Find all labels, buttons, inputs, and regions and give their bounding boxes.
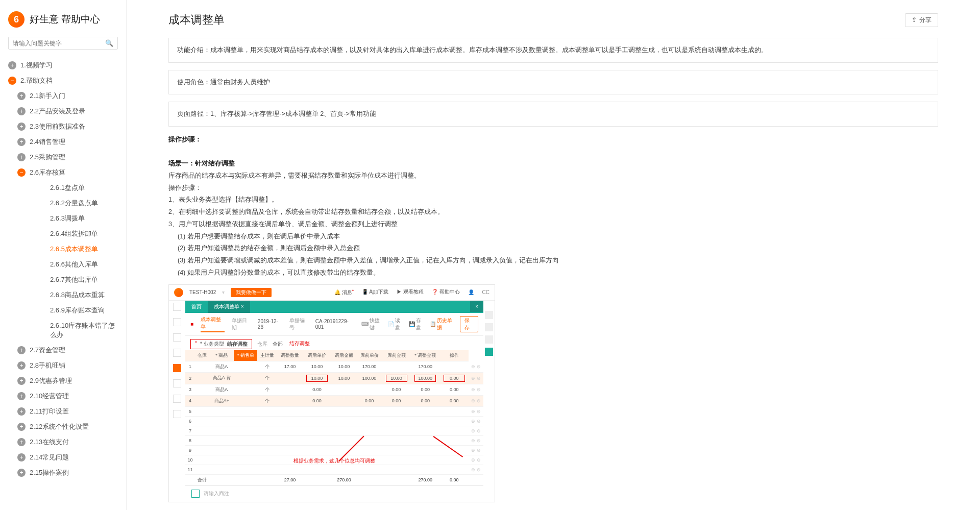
- brand-row: 6 好生意 帮助中心: [8, 11, 118, 28]
- plus-icon: +: [17, 346, 26, 354]
- plus-icon: +: [17, 361, 26, 370]
- sidebar: 6 好生意 帮助中心 🔍 +1.视频学习 −2.帮助文档 +2.1新手入门 +2…: [0, 0, 127, 510]
- plus-icon: +: [17, 92, 26, 100]
- plus-icon: +: [17, 123, 26, 131]
- plus-icon: +: [17, 469, 26, 477]
- plus-icon: +: [17, 153, 26, 161]
- search-icon[interactable]: 🔍: [105, 39, 113, 47]
- nav-2-6-6[interactable]: 2.6.6其他入库单: [27, 257, 118, 272]
- screenshot-embed: TEST-H002 ▾ 我要做做一下 🔔 消息• 📱 App下载 ▶ 观看教程 …: [168, 284, 495, 502]
- shot-logo-icon: [174, 288, 183, 297]
- nav-2-2[interactable]: +2.2产品安装及登录: [17, 104, 118, 119]
- plus-icon: +: [17, 377, 26, 385]
- nav-2-9[interactable]: +2.9优惠券管理: [17, 373, 118, 388]
- share-icon: ⇪: [912, 16, 917, 23]
- nav-2-6-5[interactable]: 2.6.5成本调整单: [27, 241, 118, 257]
- role-card: 使用角色：通常由财务人员维护: [168, 70, 938, 95]
- logo-icon: 6: [8, 11, 24, 28]
- nav-2-6[interactable]: −2.6库存核算: [17, 165, 118, 180]
- shot-leftnav: [169, 301, 185, 502]
- nav-2-6-9[interactable]: 2.6.9库存账本查询: [27, 303, 118, 318]
- minus-icon: −: [17, 168, 26, 177]
- plus-icon: +: [17, 423, 26, 431]
- nav-2-7[interactable]: +2.7资金管理: [17, 343, 118, 358]
- nav-2-4[interactable]: +2.4销售管理: [17, 134, 118, 150]
- shot-orange-button: 我要做做一下: [231, 288, 272, 297]
- path-card: 页面路径：1、库存核算->库存管理->成本调整单 2、首页->常用功能: [168, 102, 938, 127]
- nav-2-5[interactable]: +2.5采购管理: [17, 150, 118, 165]
- nav-2-3[interactable]: +2.3使用前数据准备: [17, 119, 118, 134]
- nav-2-6-10[interactable]: 2.6.10库存账本错了怎么办: [27, 318, 118, 343]
- plus-icon: +: [17, 453, 26, 462]
- nav-2[interactable]: −2.帮助文档: [8, 73, 118, 88]
- shot-annotation: 根据业务需求，这几个位总均可调整: [185, 455, 483, 467]
- nav-2-1[interactable]: +2.1新手入门: [17, 88, 118, 104]
- page-title: 成本调整单: [168, 12, 225, 28]
- nav-2-6-1[interactable]: 2.6.1盘点单: [27, 180, 118, 196]
- intro-card: 功能介绍：成本调整单，用来实现对商品结存成本的调整，以及针对具体的出入库单进行成…: [168, 38, 938, 63]
- search-box[interactable]: 🔍: [8, 37, 118, 50]
- nav-2-14[interactable]: +2.14常见问题: [17, 450, 118, 465]
- plus-icon: +: [17, 138, 26, 146]
- search-input[interactable]: [13, 40, 105, 47]
- nav-2-6-3[interactable]: 2.6.3调拨单: [27, 211, 118, 226]
- content: 成本调整单 ⇪分享 功能介绍：成本调整单，用来实现对商品结存成本的调整，以及针对…: [127, 0, 980, 510]
- nav-2-11[interactable]: +2.11打印设置: [17, 404, 118, 419]
- plus-icon: +: [17, 438, 26, 446]
- nav-1[interactable]: +1.视频学习: [8, 58, 118, 73]
- plus-icon: +: [17, 407, 26, 416]
- nav-2-10[interactable]: +2.10经营管理: [17, 388, 118, 404]
- plus-icon: +: [17, 107, 26, 115]
- nav-2-13[interactable]: +2.13在线支付: [17, 434, 118, 450]
- plus-icon: +: [8, 61, 16, 69]
- nav-2-12[interactable]: +2.12系统个性化设置: [17, 419, 118, 434]
- nav-2-15[interactable]: +2.15操作案例: [17, 465, 118, 480]
- brand-title: 好生意 帮助中心: [30, 13, 100, 26]
- minus-icon: −: [8, 77, 16, 85]
- nav-2-6-7[interactable]: 2.6.7其他出库单: [27, 272, 118, 287]
- share-button[interactable]: ⇪分享: [905, 13, 938, 27]
- plus-icon: +: [17, 392, 26, 400]
- body-text: 操作步骤： 场景一：针对结存调整 库存商品的结存成本与实际成本有差异，需要根据结…: [168, 134, 938, 279]
- nav-2-6-2[interactable]: 2.6.2分量盘点单: [27, 196, 118, 211]
- nav-2-8[interactable]: +2.8手机旺铺: [17, 358, 118, 373]
- nav-2-6-8[interactable]: 2.6.8商品成本重算: [27, 287, 118, 303]
- nav-2-6-4[interactable]: 2.6.4组装拆卸单: [27, 226, 118, 241]
